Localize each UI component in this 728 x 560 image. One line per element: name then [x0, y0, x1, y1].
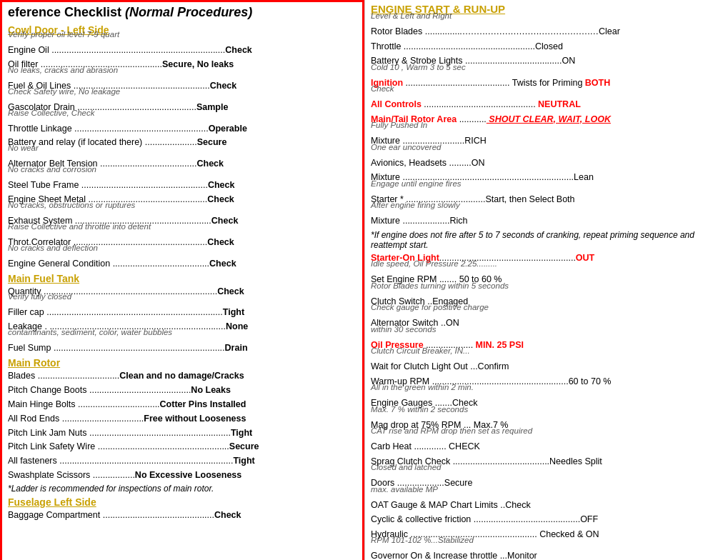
cowl-door-items: Verify proper oil level 7-9 quart Engine… [8, 37, 356, 270]
item-note: Verify fully closed [8, 292, 71, 301]
page-title: eference Checklist (Normal Procedures) [8, 5, 356, 20]
item-note: CAT rise and RPM drop then set as requir… [371, 426, 532, 435]
item-note: Check [371, 84, 394, 93]
item-note: max. available MP [371, 485, 438, 494]
item-note: Raise Collective, Check [8, 109, 94, 117]
item-note: Check Safety wire, No leakage [8, 87, 120, 96]
section-fuselage: Fuselage Left Side [8, 496, 356, 508]
list-item: Blades .................................… [8, 370, 356, 382]
item-note: Clutch Circuit Breaker, IN... [371, 346, 470, 355]
list-item: Swashplate Scissors .................No … [8, 469, 356, 481]
item-note: Cold 10 , Warm 3 to 5 sec [371, 63, 466, 71]
list-item: Raise Collective, Check Throttle Linkage… [8, 116, 356, 135]
item-note: After engine firing slowly [371, 201, 460, 209]
item-note: Check gauge for positive charge [371, 303, 489, 311]
item-note: No cracks, obstructions or ruptures [8, 201, 135, 209]
item-note: One ear uncovered [371, 143, 441, 151]
item-note: RPM 101-102 %...Stabilized [371, 536, 474, 544]
item-note: No leaks, cracks and abrasion [8, 66, 118, 74]
item-note: Verify proper oil level 7-9 quart [8, 30, 119, 39]
list-item: Baggage Compartment ....................… [8, 509, 356, 521]
item-note: Raise Collective and throttle into deten… [8, 222, 151, 231]
list-item: Cyclic & collective friction ...........… [371, 514, 722, 526]
list-item: All fasteners ..........................… [8, 455, 356, 467]
list-item: Clutch Circuit Breaker, IN... Wait for C… [371, 354, 722, 374]
list-item: contaminants, sediment, color, water bub… [8, 335, 356, 354]
item-note: Engage until engine fires [371, 179, 462, 188]
item-note: Level & Left and Right [371, 11, 452, 20]
list-item: Check All Controls .....................… [371, 91, 722, 111]
section-main-rotor: Main Rotor [8, 357, 356, 369]
right-panel: ENGINE START & RUN-UP Level & Left and R… [364, 0, 728, 560]
main-rotor-items: Blades .................................… [8, 370, 356, 481]
item-note: No wear [8, 144, 39, 152]
list-item: Verify fully closed Filler cap .........… [8, 299, 356, 319]
list-item: Pitch Change Boots .....................… [8, 384, 356, 396]
list-item: Pitch Link Safety Wire .................… [8, 441, 356, 453]
list-item: RPM 101-102 %...Stabilized Governor On &… [371, 543, 722, 560]
main-container: eference Checklist (Normal Procedures) C… [0, 0, 728, 560]
list-item: One ear uncovered Avionics, Headsets ...… [371, 150, 722, 170]
item-note: Rotor Blades turning within 5 seconds [371, 281, 509, 290]
list-item: Battery and relay (if located there) ...… [8, 136, 356, 149]
list-item: max. available MP OAT Gauge & MAP Chart … [371, 492, 722, 512]
list-item: Verify proper oil level 7-9 quart Engine… [8, 37, 356, 56]
list-item: All Rod Ends ...........................… [8, 413, 356, 425]
engine-note: *If engine does not fire after 5 to 7 se… [371, 230, 722, 250]
list-item: No cracks and deflection Engine General … [8, 251, 356, 270]
item-note: Closed and latched [371, 463, 441, 471]
item-note: No cracks and corrosion [8, 165, 96, 174]
item-note: within 30 seconds [371, 325, 436, 334]
item-note: Idle speed, Oil Pressure 2.25......... [371, 259, 497, 268]
item-note: No cracks and deflection [8, 244, 98, 252]
left-panel: eference Checklist (Normal Procedures) C… [0, 0, 364, 560]
list-item: Cold 10 , Warm 3 to 5 sec Ignition .....… [371, 70, 722, 90]
section-main-fuel-tank: Main Fuel Tank [8, 273, 356, 284]
list-item: Throttle ...............................… [371, 41, 722, 54]
fuselage-items: Baggage Compartment ....................… [8, 509, 356, 521]
ladder-note: *Ladder is recommended for inspections o… [8, 484, 356, 494]
item-note: Fully Pushed In [371, 121, 427, 129]
fuel-tank-items: Quantity ...............................… [8, 286, 356, 355]
item-note: Max. 7 % within 2 seconds [371, 405, 468, 414]
item-note: contaminants, sediment, color, water bub… [8, 328, 172, 336]
list-item: No cracks and corrosion Steel Tube Frame… [8, 172, 356, 191]
item-note: All in the green within 2 min. [371, 383, 474, 391]
list-item: Main Hinge Bolts .......................… [8, 399, 356, 411]
list-item: Level & Left and Right Rotor Blades ....… [371, 19, 722, 39]
list-item: After engine firing slowly Mixture .....… [371, 208, 722, 228]
list-item: CAT rise and RPM drop then set as requir… [371, 434, 722, 454]
list-item: Pitch Link Jam Nuts ....................… [8, 427, 356, 439]
